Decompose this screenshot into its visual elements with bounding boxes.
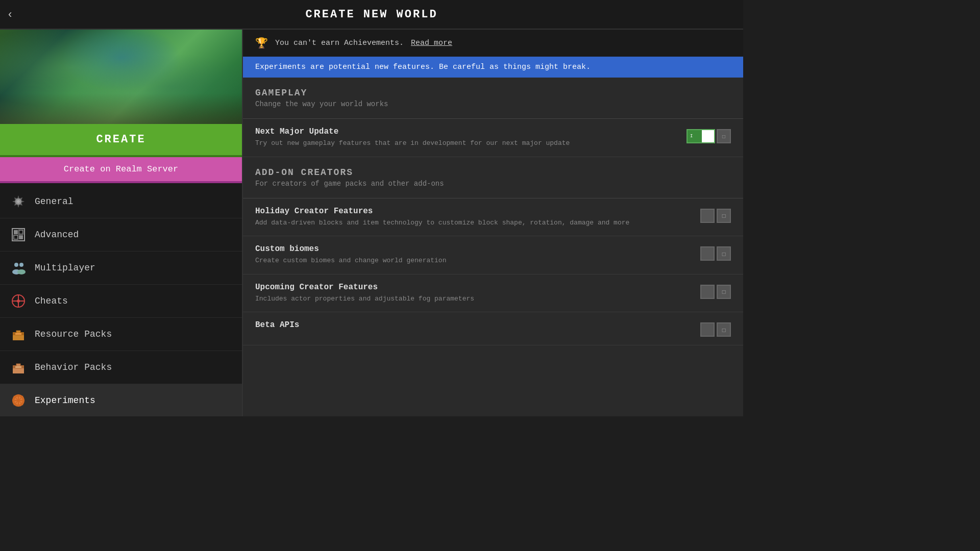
resource-packs-label: Resource Packs	[35, 329, 112, 339]
sidebar-item-experiments[interactable]: Experiments	[0, 384, 242, 416]
general-label: General	[35, 196, 74, 207]
svg-rect-5	[19, 230, 23, 234]
world-preview-image	[0, 30, 242, 124]
upcoming-creator-text: Upcoming Creator Features Includes actor…	[255, 283, 690, 304]
beta-apis-setting: Beta APIs ◻	[243, 312, 743, 345]
cheats-label: Cheats	[35, 296, 68, 306]
cheats-icon	[10, 293, 27, 309]
holiday-creator-checkbox-icon[interactable]: ◻	[717, 209, 731, 223]
svg-point-8	[14, 263, 18, 267]
toggle-extra[interactable]: ◻	[717, 129, 731, 143]
beta-apis-checkbox-container: ◻	[700, 322, 731, 337]
beta-apis-text: Beta APIs	[255, 320, 690, 332]
upcoming-creator-desc: Includes actor properties and adjustable…	[255, 294, 690, 304]
svg-point-11	[17, 269, 26, 274]
achievements-text: You can't earn Achievements.	[275, 39, 404, 47]
gameplay-title: GAMEPLAY	[255, 88, 731, 98]
custom-biomes-desc: Create custom biomes and change world ge…	[255, 256, 690, 266]
gameplay-section-header: GAMEPLAY Change the way your world works	[243, 78, 743, 118]
experiments-icon	[10, 392, 27, 409]
holiday-creator-checkbox[interactable]	[700, 209, 715, 223]
custom-biomes-title: Custom biomes	[255, 244, 690, 254]
svg-point-15	[17, 299, 20, 303]
addon-creators-section-header: ADD-ON CREATORS For creators of game pac…	[243, 157, 743, 198]
svg-point-9	[19, 263, 23, 267]
sidebar: CREATE Create on Realm Server General	[0, 30, 243, 416]
gameplay-subtitle: Change the way your world works	[255, 100, 731, 108]
sidebar-item-behavior-packs[interactable]: Behavior Packs	[0, 351, 242, 384]
holiday-creator-setting: Holiday Creator Features Add data-driven…	[243, 198, 743, 237]
upcoming-creator-checkbox-icon[interactable]: ◻	[717, 285, 731, 299]
beta-apis-checkbox[interactable]	[700, 322, 715, 337]
next-major-update-title: Next Major Update	[255, 127, 676, 136]
read-more-link[interactable]: Read more	[411, 39, 452, 47]
advanced-label: Advanced	[35, 230, 79, 240]
resource-packs-icon	[10, 326, 27, 342]
toggle-knob	[702, 130, 714, 142]
beta-apis-title: Beta APIs	[255, 320, 690, 330]
experiments-label: Experiments	[35, 395, 95, 406]
svg-rect-19	[15, 333, 21, 335]
svg-rect-22	[16, 364, 20, 366]
holiday-creator-checkbox-container: ◻	[700, 209, 731, 223]
content-area: 🏆 You can't earn Achievements. Read more…	[243, 30, 743, 416]
addon-creators-title: ADD-ON CREATORS	[255, 167, 731, 178]
addon-creators-subtitle: For creators of game packs and other add…	[255, 180, 731, 188]
next-major-update-desc: Try out new gameplay features that are i…	[255, 138, 676, 148]
svg-rect-7	[19, 235, 23, 239]
holiday-creator-desc: Add data-driven blocks and item technolo…	[255, 218, 690, 228]
sidebar-item-cheats[interactable]: Cheats	[0, 285, 242, 318]
nav-menu: General Advanced	[0, 185, 242, 416]
sidebar-item-resource-packs[interactable]: Resource Packs	[0, 318, 242, 351]
holiday-creator-text: Holiday Creator Features Add data-driven…	[255, 207, 690, 228]
general-icon	[10, 193, 27, 210]
next-major-update-setting: Next Major Update Try out new gameplay f…	[243, 119, 743, 157]
sidebar-item-multiplayer[interactable]: Multiplayer	[0, 252, 242, 285]
custom-biomes-checkbox-icon[interactable]: ◻	[717, 246, 731, 261]
upcoming-creator-setting: Upcoming Creator Features Includes actor…	[243, 274, 743, 313]
next-major-update-text: Next Major Update Try out new gameplay f…	[255, 127, 676, 148]
page-title: CREATE NEW WORLD	[305, 8, 437, 21]
svg-rect-6	[14, 235, 18, 239]
create-realm-button[interactable]: Create on Realm Server	[0, 157, 242, 183]
next-major-update-toggle-container: I ◻	[687, 129, 731, 143]
svg-rect-18	[16, 331, 20, 333]
toggle-on-label: I	[688, 134, 695, 139]
svg-point-2	[17, 200, 20, 203]
achievements-banner: 🏆 You can't earn Achievements. Read more	[243, 30, 743, 57]
holiday-creator-title: Holiday Creator Features	[255, 207, 690, 216]
upcoming-creator-checkbox-container: ◻	[700, 285, 731, 299]
multiplayer-label: Multiplayer	[35, 263, 95, 273]
custom-biomes-checkbox[interactable]	[700, 246, 715, 261]
achievement-icon: 🏆	[255, 37, 268, 49]
sidebar-item-advanced[interactable]: Advanced	[0, 218, 242, 252]
custom-biomes-text: Custom biomes Create custom biomes and c…	[255, 244, 690, 266]
custom-biomes-setting: Custom biomes Create custom biomes and c…	[243, 236, 743, 274]
header: ‹ CREATE NEW WORLD	[0, 0, 743, 30]
upcoming-creator-title: Upcoming Creator Features	[255, 283, 690, 292]
next-major-update-toggle[interactable]: I	[687, 129, 715, 143]
svg-rect-23	[15, 366, 21, 368]
beta-apis-checkbox-icon[interactable]: ◻	[717, 322, 731, 337]
advanced-icon	[10, 227, 27, 243]
multiplayer-icon	[10, 260, 27, 276]
svg-rect-4	[14, 230, 18, 234]
toggle-extra-icon: ◻	[722, 133, 725, 140]
behavior-packs-label: Behavior Packs	[35, 362, 112, 372]
behavior-packs-icon	[10, 359, 27, 375]
sidebar-item-general[interactable]: General	[0, 185, 242, 218]
upcoming-creator-checkbox[interactable]	[700, 285, 715, 299]
back-button[interactable]: ‹	[8, 8, 12, 21]
custom-biomes-checkbox-container: ◻	[700, 246, 731, 261]
main-layout: CREATE Create on Realm Server General	[0, 30, 743, 416]
experiments-warning-banner: Experiments are potential new features. …	[243, 57, 743, 78]
create-button[interactable]: CREATE	[0, 124, 242, 157]
